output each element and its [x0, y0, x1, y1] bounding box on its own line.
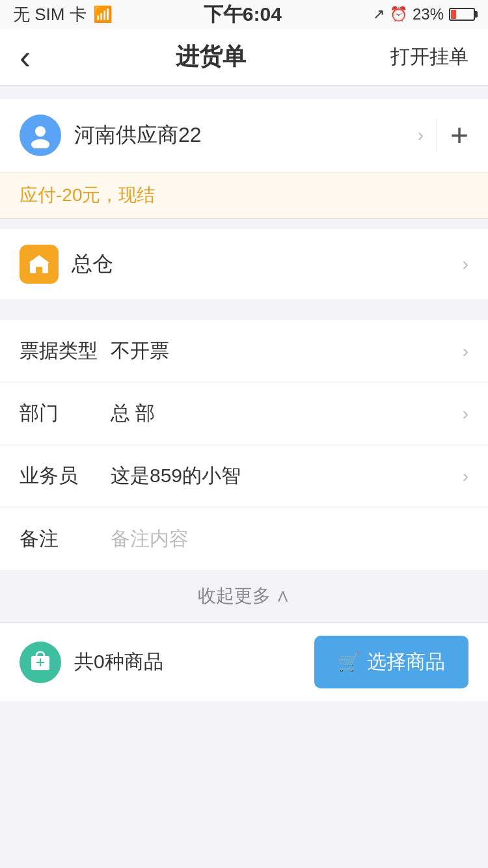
warehouse-section: 总仓 ›: [0, 229, 488, 299]
sales-value: 这是859的小智: [111, 463, 463, 489]
invoice-value: 不开票: [111, 338, 463, 364]
section-gap-2: [0, 219, 488, 229]
notice-bar: 应付-20元，现结: [0, 172, 488, 219]
remark-placeholder[interactable]: 备注内容: [111, 526, 468, 552]
sales-label: 业务员: [20, 463, 111, 489]
section-gap-3: [0, 299, 488, 310]
add-supplier-button[interactable]: +: [450, 120, 468, 151]
sales-row[interactable]: 业务员 这是859的小智 ›: [0, 445, 488, 508]
page-rest-area: [0, 701, 488, 868]
open-pending-button[interactable]: 打开挂单: [390, 44, 468, 70]
status-right: ↗ ⏰ 23%: [373, 5, 475, 23]
supplier-chevron-icon: ›: [418, 125, 424, 146]
invoice-label: 票据类型: [20, 338, 111, 364]
supplier-section: 河南供应商22 › + 应付-20元，现结: [0, 99, 488, 219]
select-product-cart-icon: 🛒: [338, 651, 360, 673]
section-gap-1: [0, 86, 488, 99]
svg-marker-3: [29, 255, 49, 263]
sales-chevron-icon: ›: [463, 466, 468, 487]
warehouse-row[interactable]: 总仓 ›: [0, 229, 488, 299]
divider: [437, 119, 437, 152]
form-section: 票据类型 不开票 › 部门 总 部 › 业务员 这是859的小智 › 备注 备注…: [0, 320, 488, 570]
location-icon: ↗: [373, 6, 385, 23]
invoice-row[interactable]: 票据类型 不开票 ›: [0, 320, 488, 383]
select-product-button[interactable]: 🛒 选择商品: [314, 636, 468, 688]
alarm-icon: ⏰: [390, 6, 407, 23]
warehouse-icon: [20, 245, 59, 284]
supplier-row: 河南供应商22 › +: [0, 99, 488, 172]
nav-bar: ‹ 进货单 打开挂单: [0, 29, 488, 86]
warehouse-chevron-icon: ›: [463, 254, 468, 275]
product-icon: [20, 642, 61, 683]
supplier-avatar: [20, 115, 61, 156]
select-product-label: 选择商品: [367, 649, 445, 675]
back-button[interactable]: ‹: [20, 40, 31, 74]
battery-percent: 23%: [413, 5, 444, 23]
product-count-text: 共0种商品: [74, 649, 314, 675]
invoice-chevron-icon: ›: [463, 341, 468, 362]
svg-point-1: [31, 139, 49, 148]
status-left: 无 SIM 卡 📶: [13, 3, 113, 26]
svg-point-0: [35, 126, 46, 137]
page-title: 进货单: [176, 41, 246, 73]
warehouse-name: 总仓: [72, 250, 463, 278]
notice-text: 应付-20元，现结: [20, 185, 155, 205]
svg-rect-4: [36, 267, 42, 273]
dept-value: 总 部: [111, 400, 463, 427]
dept-chevron-icon: ›: [463, 403, 468, 424]
status-time: 下午6:04: [204, 1, 282, 28]
remark-row[interactable]: 备注 备注内容: [0, 508, 488, 570]
dept-label: 部门: [20, 400, 111, 427]
carrier-text: 无 SIM 卡: [13, 3, 87, 26]
status-bar: 无 SIM 卡 📶 下午6:04 ↗ ⏰ 23%: [0, 0, 488, 29]
remark-label: 备注: [20, 526, 111, 552]
collapse-section: 收起更多 ∧: [0, 570, 488, 622]
wifi-icon: 📶: [93, 5, 113, 23]
dept-row[interactable]: 部门 总 部 ›: [0, 383, 488, 445]
battery-icon: [449, 8, 475, 21]
bottom-bar: 共0种商品 🛒 选择商品: [0, 622, 488, 701]
collapse-button[interactable]: 收起更多 ∧: [198, 584, 291, 608]
supplier-name: 河南供应商22: [74, 121, 418, 150]
